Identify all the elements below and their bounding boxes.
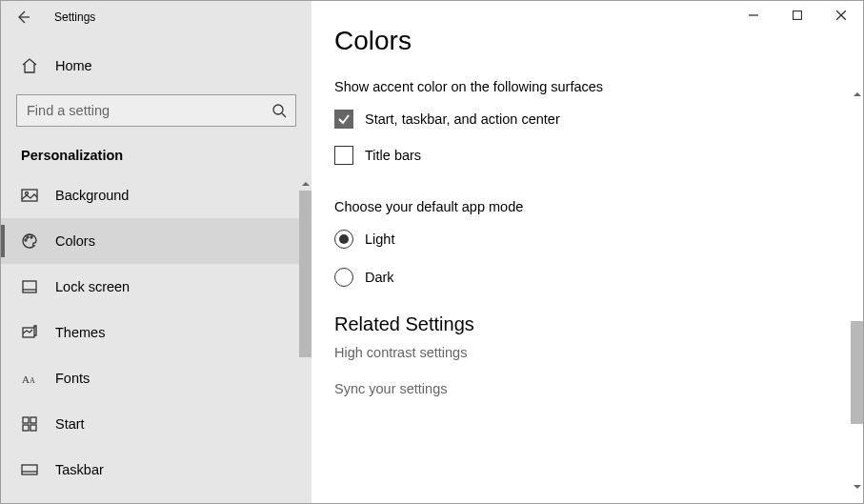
sidebar-item-lockscreen[interactable]: Lock screen xyxy=(1,264,311,310)
radio-label: Light xyxy=(365,232,394,247)
scroll-down-icon[interactable] xyxy=(851,479,863,494)
fonts-icon: AA xyxy=(21,370,38,387)
svg-rect-12 xyxy=(23,281,36,292)
home-icon xyxy=(21,57,38,74)
themes-icon xyxy=(21,324,38,341)
sidebar-item-fonts[interactable]: AA Fonts xyxy=(1,355,311,401)
app-mode-label: Choose your default app mode xyxy=(334,199,840,214)
sidebar-item-themes[interactable]: Themes xyxy=(1,310,311,355)
related-settings-heading: Related Settings xyxy=(334,313,840,335)
section-header: Personalization xyxy=(16,148,296,163)
home-label: Home xyxy=(55,58,92,73)
lockscreen-icon xyxy=(21,278,38,295)
svg-line-6 xyxy=(282,113,286,117)
accent-surfaces-label: Show accent color on the following surfa… xyxy=(334,79,840,94)
svg-point-8 xyxy=(26,192,29,195)
scroll-up-icon[interactable] xyxy=(851,87,863,101)
sidebar-item-label: Lock screen xyxy=(55,279,130,294)
sidebar-item-taskbar[interactable]: Taskbar xyxy=(1,447,311,493)
svg-point-10 xyxy=(27,236,29,238)
picture-icon xyxy=(21,187,38,204)
scroll-thumb[interactable] xyxy=(299,191,311,357)
checkbox-start-taskbar[interactable]: Start, taskbar, and action center xyxy=(334,110,840,129)
radio-icon-checked xyxy=(334,230,353,249)
radio-label: Dark xyxy=(365,270,394,285)
svg-rect-21 xyxy=(22,465,37,474)
scroll-thumb[interactable] xyxy=(851,321,863,424)
sidebar: Settings Home Personalization xyxy=(1,1,311,503)
radio-dark[interactable]: Dark xyxy=(334,268,840,287)
sidebar-item-label: Start xyxy=(55,416,85,432)
taskbar-icon xyxy=(21,461,38,478)
svg-rect-18 xyxy=(30,417,36,423)
back-button[interactable] xyxy=(7,1,39,33)
main-scrollbar[interactable] xyxy=(851,87,863,494)
main-content: Colors Show accent color on the followin… xyxy=(311,1,863,503)
sidebar-scrollbar[interactable] xyxy=(299,176,311,494)
svg-text:A: A xyxy=(22,373,30,385)
scroll-up-icon[interactable] xyxy=(299,176,311,191)
sidebar-item-background[interactable]: Background xyxy=(1,172,311,218)
svg-point-5 xyxy=(273,105,283,114)
page-title: Colors xyxy=(334,26,840,56)
sidebar-item-colors[interactable]: Colors xyxy=(1,218,311,264)
sidebar-item-label: Taskbar xyxy=(55,462,104,477)
search-icon xyxy=(271,102,288,119)
svg-text:A: A xyxy=(30,376,35,385)
checkbox-label: Title bars xyxy=(365,148,421,163)
sidebar-item-label: Background xyxy=(55,188,129,203)
radio-icon-unchecked xyxy=(334,268,353,287)
maximize-button[interactable] xyxy=(775,1,819,30)
checkbox-label: Start, taskbar, and action center xyxy=(365,111,560,127)
search-box[interactable] xyxy=(16,94,296,127)
svg-point-9 xyxy=(25,239,27,241)
search-input[interactable] xyxy=(25,102,271,119)
radio-light[interactable]: Light xyxy=(334,230,840,249)
sidebar-item-label: Themes xyxy=(55,325,105,340)
sidebar-item-home[interactable]: Home xyxy=(16,47,296,85)
sidebar-item-label: Colors xyxy=(55,233,95,249)
minimize-button[interactable] xyxy=(732,1,775,30)
svg-rect-1 xyxy=(794,11,802,20)
svg-rect-19 xyxy=(23,425,29,431)
svg-point-11 xyxy=(30,236,32,238)
svg-rect-20 xyxy=(30,425,36,431)
sidebar-item-label: Fonts xyxy=(55,371,90,386)
checkbox-icon-checked xyxy=(334,110,353,129)
start-icon xyxy=(21,415,38,433)
svg-rect-17 xyxy=(23,417,29,423)
close-button[interactable] xyxy=(819,1,863,30)
link-sync-settings[interactable]: Sync your settings xyxy=(334,381,840,396)
window-title: Settings xyxy=(54,10,95,24)
checkbox-icon-unchecked xyxy=(334,146,353,165)
link-high-contrast[interactable]: High contrast settings xyxy=(334,345,840,360)
palette-icon xyxy=(21,232,38,250)
sidebar-item-start[interactable]: Start xyxy=(1,401,311,447)
checkbox-titlebars[interactable]: Title bars xyxy=(334,146,840,165)
